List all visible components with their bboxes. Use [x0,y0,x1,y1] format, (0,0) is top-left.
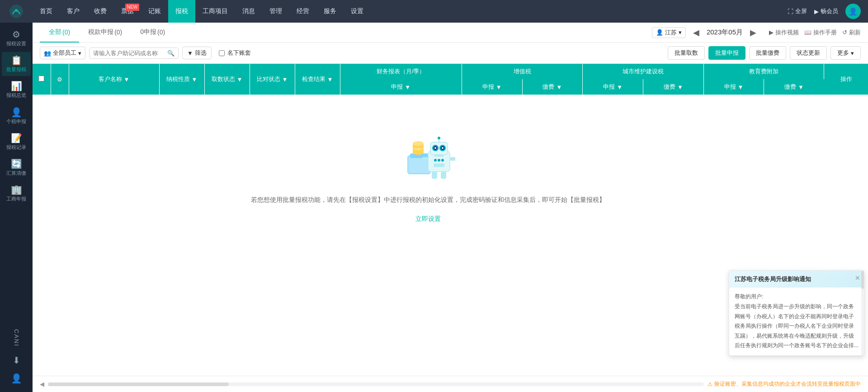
bottom-bar: ◀ ⚠ 验证账密、采集信息均成功的企业才会流转至批量报税页面中 [33,376,868,392]
nav-message[interactable]: 消息 [235,0,262,23]
sidebar-item-user[interactable]: 👤 [2,370,31,387]
date-nav: 👤 江苏 ▾ ◀ 2023年05月 ▶ [652,27,758,38]
svg-rect-19 [422,157,428,161]
checkbox-label[interactable]: 名下账套 [219,49,251,57]
app-logo[interactable] [7,2,25,20]
th-edu-tax: 教育费附加 [703,64,824,79]
cani-label: CANI [13,325,20,350]
svg-rect-23 [434,154,443,157]
sidebar-item-annual-report[interactable]: 🏢 工商年报 [2,182,31,206]
select-all-checkbox[interactable] [38,76,44,81]
tax-settings-icon: ⚙ [12,30,20,39]
filter-button[interactable]: ▼ 筛选 [182,47,212,59]
scrollbar-area[interactable] [48,382,704,386]
notif-close-button[interactable]: ✕ [855,274,860,282]
filter-icon[interactable]: ▼ [124,76,130,83]
sidebar-item-personal-tax[interactable]: 👤 个税申报 [2,104,31,128]
video-guide-button[interactable]: ▶ 操作视频 [769,29,799,37]
filter-icon[interactable]: ▼ [556,84,562,91]
sidebar-item-tax-records[interactable]: 📝 报税记录 [2,130,31,154]
member-button[interactable]: ▶ 畅会员 [814,7,838,15]
th-fin-report-declare: 申报 ▼ [340,79,462,95]
nav-service[interactable]: 服务 [316,0,344,23]
batch-fetch-button[interactable]: 批量取数 [668,46,705,60]
refresh-icon: ↺ [842,29,847,36]
filter-icon[interactable]: ▼ [617,84,623,91]
th-edu-declare: 申报 ▼ [703,79,764,95]
svg-rect-27 [434,163,444,167]
accounts-checkbox[interactable] [219,50,225,56]
th-tax-nature: 纳税性质 ▼ [159,64,204,95]
scroll-left-arrow[interactable]: ◀ [40,381,44,387]
nav-settings[interactable]: 设置 [344,0,371,23]
fullscreen-button[interactable]: ⛶ 全屏 [788,7,807,15]
nav-accounting[interactable]: 记账 [141,0,168,23]
tab-tax-declaration[interactable]: 税款申报 (0) [79,23,131,43]
nav-business[interactable]: 工商项目 [195,0,235,23]
nav-operation[interactable]: 经营 [289,0,316,23]
sidebar-label-tax-overview: 报税总览 [6,92,26,98]
employee-icon: 👥 [44,50,51,57]
filter-icon[interactable]: ▼ [282,76,288,83]
batch-tax-icon: 📋 [11,56,22,65]
nav-home[interactable]: 首页 [33,0,60,23]
sidebar-item-tax-overview[interactable]: 📊 报税总览 [2,78,31,102]
filter-icon[interactable]: ▼ [677,84,683,91]
refresh-button[interactable]: ↺ 刷新 [842,29,861,37]
sidebar-label-annual-report: 工商年报 [6,196,26,202]
th-city-pay: 缴费 ▼ [643,79,703,95]
toolbar-right: 批量取数 批量申报 批量缴费 状态更新 更多 ▾ [668,46,861,60]
manual-button[interactable]: 📖 操作手册 [804,29,837,37]
th-checkbox [33,64,51,95]
page-wrapper: ⚙ 报税设置 📋 批量报税 📊 报税总览 👤 个税申报 📝 报税记录 🔄 汇算清… [0,23,868,392]
sidebar-label-tax-records: 报税记录 [6,144,26,150]
svg-point-18 [438,137,440,139]
scrollbar-thumb [48,382,229,386]
filter-icon[interactable]: ▼ [237,76,243,83]
search-icon[interactable]: 🔍 [167,50,175,57]
personal-tax-icon: 👤 [11,108,22,117]
search-input[interactable] [93,50,165,57]
tab-zero-declaration[interactable]: 0申报 (0) [131,23,174,43]
tab-all[interactable]: 全部 (0) [40,23,79,43]
th-fetch-status: 取数状态 ▼ [204,64,250,95]
sidebar-item-tax-settings[interactable]: ⚙ 报税设置 [2,26,31,50]
more-button[interactable]: 更多 ▾ [830,46,861,60]
svg-rect-20 [450,157,455,161]
filter-icon[interactable]: ▼ [496,84,502,91]
nav-fees[interactable]: 收费 [87,0,114,23]
user-icon: 👤 [11,374,22,383]
new-badge: NEW [125,4,139,11]
more-chevron-icon: ▾ [851,50,854,57]
filter-icon[interactable]: ▼ [738,84,744,91]
filter-icon[interactable]: ▼ [798,84,804,91]
th-city-tax: 城市维护建设税 [583,64,703,79]
sidebar-item-settlement[interactable]: 🔄 汇算清缴 [2,156,31,180]
date-next-button[interactable]: ▶ [748,28,758,38]
region-selector[interactable]: 👤 江苏 ▾ [652,27,686,38]
avatar[interactable]: 👤 [845,4,861,19]
sidebar-label-personal-tax: 个税申报 [6,119,26,124]
nav-manage[interactable]: 管理 [262,0,289,23]
nav-invoice[interactable]: 票据 NEW [114,0,141,23]
notif-scroll-thumb [861,271,864,289]
notif-scrollbar[interactable] [861,271,864,355]
filter-icon: ▼ [187,50,193,57]
nav-client[interactable]: 客户 [60,0,87,23]
date-display: 2023年05月 [707,28,743,37]
sidebar-label-batch-tax: 批量报税 [6,67,26,72]
bottom-tip: ⚠ 验证账密、采集信息均成功的企业才会流转至批量报税页面中 [708,380,861,388]
notif-title: 江苏电子税务局升级影响通知 [735,275,859,283]
filter-icon[interactable]: ▼ [405,84,410,91]
employee-select[interactable]: 👥 全部员工 ▾ [40,47,85,59]
filter-icon[interactable]: ▼ [192,76,198,83]
status-update-button[interactable]: 状态更新 [790,46,827,60]
sidebar-item-download[interactable]: ⬇ [2,352,31,368]
setup-link[interactable]: 立即设置 [415,215,441,223]
filter-icon[interactable]: ▼ [327,76,333,83]
sidebar-item-batch-tax[interactable]: 📋 批量报税 [2,52,31,76]
batch-pay-button[interactable]: 批量缴费 [749,46,786,60]
nav-tax[interactable]: 报税 [168,0,195,23]
batch-declare-button[interactable]: 批量申报 [708,46,745,60]
date-prev-button[interactable]: ◀ [691,28,701,38]
